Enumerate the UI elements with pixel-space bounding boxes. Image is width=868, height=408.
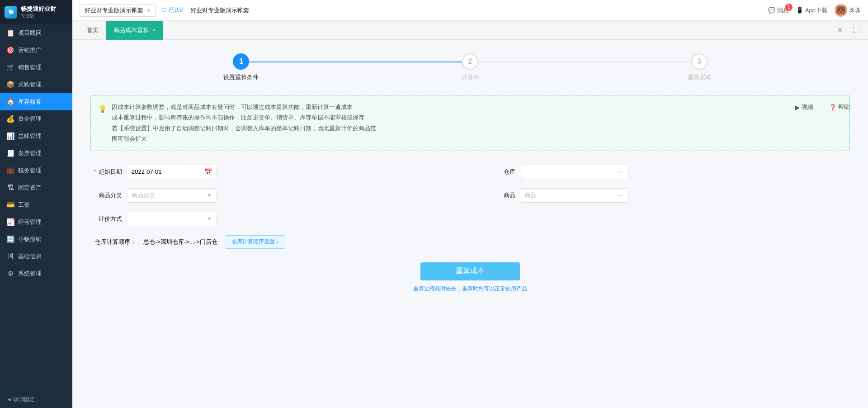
form-row-1: * 起始日期 2022-07-01 📅 仓库 ··· (90, 165, 850, 179)
app-download-label: App下载 (805, 6, 827, 14)
account-name: 好业财专业版演示帐套 (85, 6, 143, 14)
goods-more-icon: ··· (618, 191, 623, 199)
sidebar-item-finance[interactable]: 💰 资金管理 (0, 110, 72, 128)
start-date-label: * 起始日期 (90, 168, 122, 176)
tab-close-button[interactable]: × (152, 27, 156, 33)
help-link[interactable]: ❓ 帮助 (829, 103, 850, 111)
recalc-button[interactable]: 重算成本 (420, 262, 520, 280)
topbar: 好业财专业版演示帐套 ▼ 🛡 已认证 好业财专业版演示帐套 💬 消息 1 📱 A… (72, 0, 868, 21)
question-icon: ❓ (829, 104, 836, 111)
verified-text: 已认证 (169, 6, 185, 14)
sidebar-item-label: 工资 (18, 201, 30, 209)
basic-icon: 🗄 (6, 252, 14, 260)
category-field: 商品分类 商品分类 ▼ (90, 188, 457, 203)
sidebar-item-accounting[interactable]: 📊 总账管理 (0, 128, 72, 145)
info-line3: 若【系统设置】中启用了自动调整记账日期时，会调整入库单的整单记账日期，因此重新计… (112, 123, 376, 133)
app-download-button[interactable]: 📱 App下载 (796, 6, 827, 14)
step-1-label: 设置重算条件 (223, 73, 259, 81)
start-date-field: * 起始日期 2022-07-01 📅 (90, 165, 457, 179)
required-star: * (94, 168, 96, 175)
arrow-right-icon: › (277, 239, 278, 245)
tabbar: 首页 商品成本重算 × ✕ ⛶ (72, 21, 868, 40)
sidebar-item-label: 固定资产 (18, 184, 42, 192)
finance-icon: 💰 (6, 115, 14, 123)
user-menu[interactable]: 🐻 珠珠 (835, 4, 861, 17)
unpin-button[interactable]: ◄ 取消固定 (0, 391, 72, 408)
goods-label: 商品 (484, 191, 515, 199)
sidebar-item-label: 项目顾问 (18, 29, 42, 37)
tab-home[interactable]: 首页 (80, 21, 106, 40)
sidebar-item-label: 发票管理 (18, 149, 42, 157)
warehouse-order-settings-button[interactable]: 仓库计算顺序设置 › (225, 235, 285, 249)
sidebar-item-project[interactable]: 📋 项目顾问 (0, 24, 72, 42)
unpin-label: ◄ 取消固定 (6, 396, 35, 403)
start-date-value: 2022-07-01 (132, 168, 162, 175)
account-selector[interactable]: 好业财专业版演示帐套 ▼ (80, 4, 156, 17)
tab-recalc[interactable]: 商品成本重算 × (106, 21, 163, 40)
step-3: 3 重算完成 (585, 53, 814, 81)
sidebar-item-label: 资金管理 (18, 115, 42, 123)
sidebar-item-label: 销售管理 (18, 63, 42, 71)
warehouse-input[interactable]: ··· (520, 165, 628, 179)
sidebar-item-basic[interactable]: 🗄 基础信息 (0, 248, 72, 265)
username: 珠珠 (849, 6, 861, 14)
goods-field: 商品 商品 ··· (457, 188, 850, 203)
video-label: 视频 (802, 103, 813, 111)
content-area: 1 设置重算条件 2 计算中 3 重算完成 ▶ (72, 40, 868, 408)
more-icon: ··· (618, 168, 623, 176)
close-window-button[interactable]: ✕ (834, 24, 846, 37)
pricing-select[interactable]: ▼ (127, 212, 217, 226)
sidebar-item-tax[interactable]: 💼 税务管理 (0, 162, 72, 179)
shield-icon: 🛡 (161, 7, 167, 14)
sidebar-item-assets[interactable]: 🏗 固定资产 (0, 179, 72, 196)
step-2-label: 计算中 (462, 73, 479, 81)
project-icon: 📋 (6, 29, 14, 37)
tax-icon: 💼 (6, 166, 14, 175)
play-icon: ▶ (795, 104, 800, 111)
start-date-input[interactable]: 2022-07-01 📅 (127, 165, 217, 179)
sidebar-item-inventory[interactable]: 🏠 库存核算 (0, 93, 72, 110)
sidebar-item-system[interactable]: ⚙ 系统管理 (0, 265, 72, 282)
sidebar-item-label: 经营管理 (18, 218, 42, 226)
maximize-window-button[interactable]: ⛶ (850, 24, 863, 37)
form-row-3: 计价方式 ▼ (90, 212, 850, 226)
category-placeholder: 商品分类 (132, 191, 155, 199)
step-3-label: 重算完成 (688, 73, 711, 81)
helpers: ▶ 视频 | ❓ 帮助 (795, 103, 850, 111)
form-section: * 起始日期 2022-07-01 📅 仓库 ··· (90, 165, 850, 226)
info-icon: 💡 (98, 103, 107, 144)
dropdown-icon: ▼ (146, 8, 151, 13)
warehouse-order-value: 总仓->深圳仓库->...->门店仓 (143, 238, 217, 246)
sidebar-header: 畅 畅捷通好业财 专业版 (0, 0, 72, 24)
topbar-right: 💬 消息 1 📱 App下载 🐻 珠珠 (768, 4, 861, 17)
sidebar-item-marketing[interactable]: 🎯 营销推广 (0, 42, 72, 59)
verified-badge: 🛡 已认证 (161, 6, 185, 14)
operation-icon: 📈 (6, 218, 14, 226)
video-help-link[interactable]: ▶ 视频 (795, 103, 813, 111)
window-controls: ✕ ⛶ (834, 24, 868, 37)
category-select[interactable]: 商品分类 ▼ (127, 188, 217, 203)
sidebar-item-invoice[interactable]: 🧾 发票管理 (0, 145, 72, 162)
sidebar-item-operation[interactable]: 📈 经营管理 (0, 213, 72, 231)
sidebar-item-label: 税务管理 (18, 166, 42, 175)
message-button[interactable]: 💬 消息 1 (768, 6, 789, 14)
goods-input[interactable]: 商品 ··· (520, 188, 628, 203)
help-label: 帮助 (838, 103, 850, 111)
tab-home-label: 首页 (87, 26, 99, 34)
company-name: 好业财专业版演示帐套 (190, 6, 249, 14)
warehouse-order-section: 仓库计算顺序： 总仓->深圳仓库->...->门店仓 仓库计算顺序设置 › (90, 235, 850, 249)
chevron-down-icon: ▼ (207, 192, 212, 199)
warehouse-label: 仓库 (484, 168, 515, 176)
expense-icon: 🔄 (6, 235, 14, 243)
form-row-2: 商品分类 商品分类 ▼ 商品 商品 ··· (90, 188, 850, 203)
info-line4: 围可能会扩大 (112, 133, 376, 144)
goods-placeholder: 商品 (525, 191, 537, 199)
category-label: 商品分类 (90, 191, 122, 199)
sidebar-item-purchase[interactable]: 📦 采购管理 (0, 76, 72, 93)
pricing-label: 计价方式 (90, 215, 122, 223)
sidebar-item-expense[interactable]: 🔄 小畅报销 (0, 231, 72, 248)
sidebar-item-salary[interactable]: 💳 工资 (0, 196, 72, 213)
invoice-icon: 🧾 (6, 149, 14, 157)
sidebar-item-sales[interactable]: 🛒 销售管理 (0, 59, 72, 76)
info-line2: 成本重算过程中，影响库存账的操作均不能操作，比如进货单、销货单、库存单据不能审核… (112, 112, 376, 123)
